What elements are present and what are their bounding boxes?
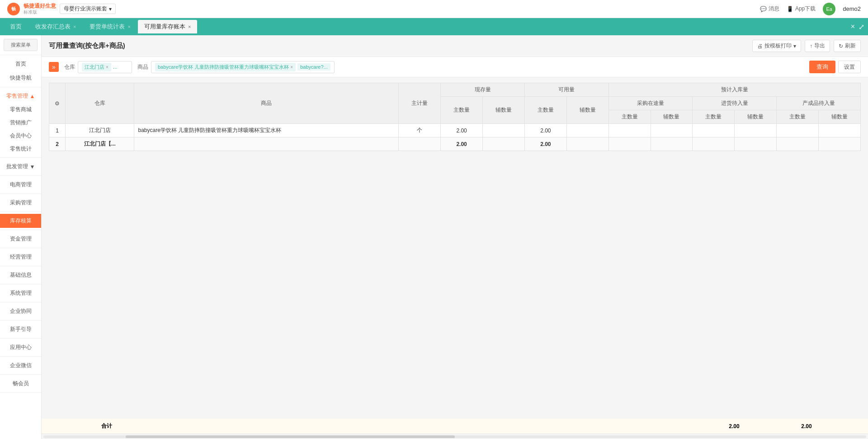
product-tag1: babycare学饮杯 儿童防摔防撞吸管杯重力球吸嘴杯宝宝水杯 × xyxy=(155,63,296,71)
sidebar: 搜索菜单 首页 快捷导航 零售管理 ▲ 零售商城 营销推广 会员中心 零售统计 … xyxy=(0,35,42,439)
export-btn[interactable]: ↑ 导出 xyxy=(805,40,830,52)
filter-actions: 查询 设置 xyxy=(809,61,861,73)
scroll-bar-track[interactable] xyxy=(43,435,866,438)
tab-expand-btn[interactable]: ⤢ xyxy=(859,23,864,31)
sidebar-section-ecommerce: 电商管理 xyxy=(0,176,41,194)
row2-warehouse: 江北门店【... xyxy=(66,137,134,151)
page-header-actions: 🖨 按模板打印 ▾ ↑ 导出 ↻ 刷新 xyxy=(752,40,861,52)
col-purchase-transit-sub: 辅数量 xyxy=(651,110,693,124)
row1-current-main: 2.00 xyxy=(441,124,483,137)
sidebar-section-new-guide: 新手引导 xyxy=(0,321,41,339)
tab-close-requisition[interactable]: × xyxy=(127,24,130,29)
sidebar-finance-title[interactable]: 资金管理 xyxy=(0,232,41,246)
top-bar: 畅 畅捷通好生意 标准版 母婴行业演示账套 ▾ 💬 消息 📱 App下载 Ea … xyxy=(0,0,868,18)
sidebar-item-marketing[interactable]: 营销推广 xyxy=(0,116,41,129)
filter-expand-btn[interactable]: » xyxy=(49,62,59,72)
row2-available-sub xyxy=(566,137,609,151)
total-label: 合计 xyxy=(101,422,689,430)
warehouse-more[interactable]: ... xyxy=(113,64,118,70)
table-container: ⚙ 仓库 商品 主计量 现存量 可用量 预计入库量 主数量 辅数量 主数量 辅数… xyxy=(42,77,868,418)
sidebar-item-quick-nav[interactable]: 快捷导航 xyxy=(0,71,41,85)
sidebar-item-retail-mall[interactable]: 零售商城 xyxy=(0,103,41,116)
sidebar-wholesale-title[interactable]: 批发管理 ▼ xyxy=(0,160,41,174)
sidebar-section-enterprise-wechat: 企业微信 xyxy=(0,357,41,375)
avatar: Ea xyxy=(823,3,835,15)
sidebar-basic-info-title[interactable]: 基础信息 xyxy=(0,268,41,282)
data-table: ⚙ 仓库 商品 主计量 现存量 可用量 预计入库量 主数量 辅数量 主数量 辅数… xyxy=(49,83,861,151)
row1-available-sub xyxy=(566,124,609,137)
row1-purchase-transit-sub xyxy=(651,124,693,137)
sidebar-operations-title[interactable]: 经营管理 xyxy=(0,250,41,264)
tab-close-available-stock[interactable]: × xyxy=(188,24,191,29)
sidebar-enterprise-title[interactable]: 企业协同 xyxy=(0,304,41,318)
row2-current-main: 2.00 xyxy=(441,137,483,151)
product-tag2: babycare?... xyxy=(297,63,330,71)
warehouse-filter: 仓库 江北门店 × ... xyxy=(64,61,132,73)
tab-requisition[interactable]: 要货单统计表 × xyxy=(83,20,137,33)
col-warehouse-header: 仓库 xyxy=(66,83,134,124)
sidebar-ecommerce-title[interactable]: 电商管理 xyxy=(0,178,41,192)
app-download-btn[interactable]: 📱 App下载 xyxy=(787,5,816,13)
sidebar-search-btn[interactable]: 搜索菜单 xyxy=(4,39,38,51)
sidebar-item-inventory[interactable]: 库存核算 xyxy=(0,214,41,228)
tab-close-all-btn[interactable]: × xyxy=(851,23,855,31)
industry-select[interactable]: 母婴行业演示账套 ▾ xyxy=(60,4,116,14)
brand-sub: 标准版 xyxy=(24,9,56,15)
row2-purchase-transit-sub xyxy=(651,137,693,151)
sidebar-section-wholesale: 批发管理 ▼ xyxy=(0,158,41,176)
sidebar-section-purchase: 采购管理 xyxy=(0,194,41,212)
row2-purchase-pending-main xyxy=(693,137,735,151)
col-settings-header[interactable]: ⚙ xyxy=(49,83,66,124)
row1-available-main: 2.00 xyxy=(524,124,566,137)
sidebar-new-guide-title[interactable]: 新手引导 xyxy=(0,322,41,336)
page-header: 可用量查询(按仓库+商品) 🖨 按模板打印 ▾ ↑ 导出 ↻ 刷新 xyxy=(42,35,868,57)
sidebar-item-retail-stats[interactable]: 零售统计 xyxy=(0,142,41,156)
warehouse-tag: 江北门店 × xyxy=(82,63,111,71)
sidebar-purchase-title[interactable]: 采购管理 xyxy=(0,196,41,210)
warehouse-tag-close[interactable]: × xyxy=(106,65,108,70)
sidebar-section-operations: 经营管理 xyxy=(0,248,41,266)
row2-purchase-transit-main xyxy=(609,137,651,151)
row1-purchase-pending-main xyxy=(693,124,735,137)
username: demo2 xyxy=(843,5,861,12)
scroll-bar-thumb xyxy=(126,435,455,438)
product-label: 商品 xyxy=(137,63,148,71)
tab-receive-send[interactable]: 收发存汇总表 × xyxy=(29,20,82,33)
sidebar-item-home[interactable]: 首页 xyxy=(0,57,41,71)
row1-warehouse: 江北门店 xyxy=(66,124,134,137)
query-btn[interactable]: 查询 xyxy=(809,61,835,73)
tab-close-receive-send[interactable]: × xyxy=(73,24,76,29)
row1-current-sub xyxy=(483,124,525,137)
top-bar-left: 畅 畅捷通好生意 标准版 母婴行业演示账套 ▾ xyxy=(7,3,116,15)
message-btn[interactable]: 💬 消息 xyxy=(760,5,779,13)
col-products-pending-header: 产成品待入量 xyxy=(777,97,861,110)
row1-purchase-transit-main xyxy=(609,124,651,137)
row1-products-pending-sub xyxy=(819,124,861,137)
sidebar-section-sys-mgmt: 系统管理 xyxy=(0,284,41,302)
sidebar-vip-member-title[interactable]: 畅会员 xyxy=(0,377,41,391)
sidebar-section-finance: 资金管理 xyxy=(0,230,41,248)
tab-available-stock[interactable]: 可用量库存账本 × xyxy=(138,20,197,33)
row1-products-pending-main xyxy=(777,124,819,137)
sidebar-item-members[interactable]: 会员中心 xyxy=(0,129,41,142)
sidebar-section-retail: 零售管理 ▲ 零售商城 营销推广 会员中心 零售统计 xyxy=(0,87,41,158)
logo-icon: 畅 xyxy=(7,3,20,15)
settings-btn[interactable]: 设置 xyxy=(838,61,861,73)
sidebar-retail-title[interactable]: 零售管理 ▲ xyxy=(0,89,41,103)
col-current-main-qty-header: 主数量 xyxy=(441,97,483,124)
sidebar-app-center-title[interactable]: 应用中心 xyxy=(0,340,41,354)
print-by-template-btn[interactable]: 🖨 按模板打印 ▾ xyxy=(752,40,801,52)
tab-home[interactable]: 首页 xyxy=(4,20,28,33)
sidebar-section-app-center: 应用中心 xyxy=(0,339,41,357)
sidebar-sys-mgmt-title[interactable]: 系统管理 xyxy=(0,286,41,300)
col-available-sub-qty-header: 辅数量 xyxy=(566,97,609,124)
warehouse-input[interactable]: 江北门店 × ... xyxy=(78,61,132,73)
row1-purchase-pending-sub xyxy=(735,124,777,137)
row2-purchase-pending-sub xyxy=(735,137,777,151)
refresh-btn[interactable]: ↻ 刷新 xyxy=(834,40,861,52)
product-input[interactable]: babycare学饮杯 儿童防摔防撞吸管杯重力球吸嘴杯宝宝水杯 × babyca… xyxy=(151,61,335,73)
row1-unit: 个 xyxy=(399,124,441,137)
col-available-qty-header: 可用量 xyxy=(524,83,609,97)
sidebar-enterprise-wechat-title[interactable]: 企业微信 xyxy=(0,359,41,373)
product-tag1-close[interactable]: × xyxy=(290,65,293,70)
